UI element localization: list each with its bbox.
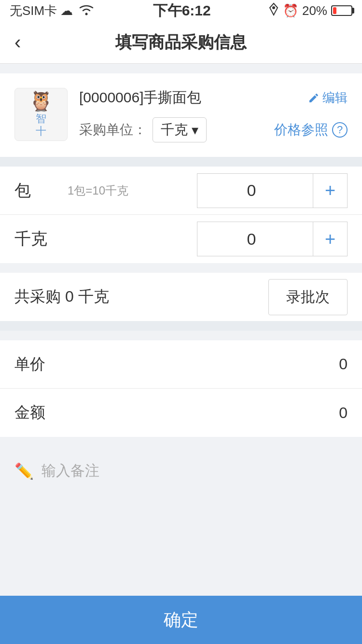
- unit-label: 采购单位：: [79, 121, 147, 139]
- alarm-icon: ⏰: [283, 3, 298, 18]
- notes-section[interactable]: ✏️ 输入备注: [0, 447, 362, 495]
- back-button[interactable]: ‹: [14, 31, 21, 53]
- nav-bar: ‹ 填写商品采购信息: [0, 21, 362, 64]
- product-unit-row: 采购单位： 千克 ▾ 价格参照 ?: [79, 117, 348, 142]
- total-section: 共采购 0 千克 录批次: [0, 273, 362, 321]
- status-time: 下午6:12: [153, 1, 211, 21]
- dropdown-icon: ▾: [192, 122, 198, 138]
- unit-price-label: 单价: [14, 354, 45, 375]
- product-info: [0000006]手撕面包 编辑 采购单位： 千克 ▾ 价格参照 ?: [79, 88, 348, 142]
- wifi-icon: [78, 3, 95, 19]
- battery-icon: [331, 5, 352, 16]
- edit-label: 编辑: [322, 89, 348, 106]
- amount-row: 金额 0: [0, 389, 362, 437]
- page-title: 填写商品采购信息: [115, 31, 247, 54]
- product-card: 🦉 智 十 [0000006]手撕面包 编辑 采购单位： 千克 ▾: [0, 73, 362, 157]
- status-right: ⏰ 20%: [268, 2, 352, 19]
- amount-value: 0: [339, 404, 348, 422]
- bag-plus-button[interactable]: +: [313, 173, 348, 208]
- input-section: 包 1包=10千克 + 千克 +: [0, 167, 362, 263]
- svg-point-0: [85, 13, 88, 15]
- confirm-label: 确定: [164, 608, 198, 632]
- amount-label: 金额: [14, 402, 45, 423]
- detail-section: 单价 0 金额 0: [0, 340, 362, 437]
- price-ref-button[interactable]: 价格参照 ?: [274, 121, 348, 139]
- price-ref-label: 价格参照: [274, 121, 328, 139]
- bag-input[interactable]: [197, 173, 313, 208]
- unit-price-row: 单价 0: [0, 340, 362, 389]
- kg-label: 千克: [14, 228, 63, 250]
- sim-label: 无SIM卡 ☁: [10, 2, 73, 19]
- total-row: 共采购 0 千克 录批次: [0, 273, 362, 321]
- help-icon: ?: [332, 122, 348, 138]
- kg-input[interactable]: [197, 222, 313, 256]
- product-name-row: [0000006]手撕面包 编辑: [79, 88, 348, 108]
- bag-input-wrapper: +: [197, 173, 348, 208]
- unit-value: 千克: [161, 121, 188, 139]
- confirm-button[interactable]: 确定: [0, 596, 362, 644]
- product-name: [0000006]手撕面包: [79, 88, 201, 108]
- status-bar: 无SIM卡 ☁ 下午6:12 ⏰ 20%: [0, 0, 362, 21]
- unit-price-value: 0: [339, 355, 348, 373]
- notes-placeholder: 输入备注: [42, 461, 99, 481]
- product-logo: 🦉 智 十: [29, 91, 53, 138]
- kg-input-row: 千克 +: [0, 215, 362, 263]
- section-divider-1: [0, 157, 362, 167]
- status-left: 无SIM卡 ☁: [10, 2, 95, 19]
- unit-select[interactable]: 千克 ▾: [153, 117, 207, 142]
- bag-input-row: 包 1包=10千克 +: [0, 167, 362, 215]
- product-image: 🦉 智 十: [14, 88, 68, 141]
- pencil-icon: ✏️: [14, 462, 34, 480]
- bag-label: 包: [14, 180, 63, 202]
- section-divider-2: [0, 321, 362, 331]
- bag-sub-label: 1包=10千克: [68, 183, 128, 198]
- kg-input-wrapper: +: [197, 222, 348, 256]
- battery-percent: 20%: [302, 3, 327, 18]
- svg-point-1: [272, 6, 275, 9]
- record-batch-button[interactable]: 录批次: [268, 279, 348, 315]
- edit-button[interactable]: 编辑: [308, 89, 348, 106]
- kg-plus-button[interactable]: +: [313, 222, 348, 256]
- total-label: 共采购 0 千克: [14, 286, 109, 308]
- location-icon: [268, 2, 279, 19]
